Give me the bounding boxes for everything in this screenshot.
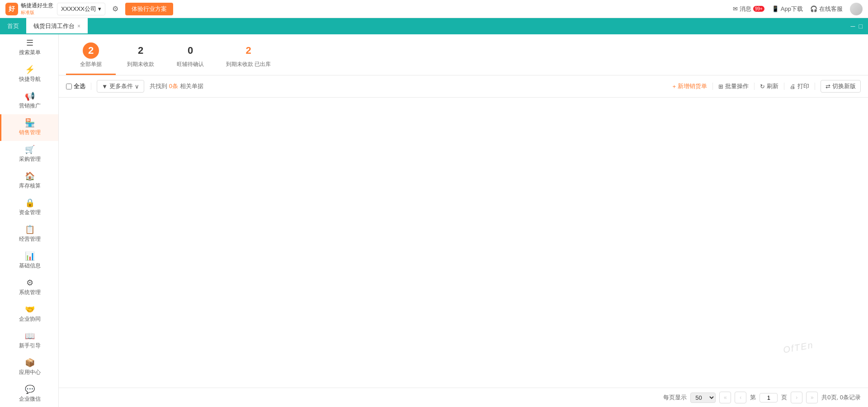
online-service-button[interactable]: 🎧 在线客服 [810, 5, 843, 13]
marketing-icon: 📢 [25, 92, 35, 100]
sidebar-item-wechat[interactable]: 💬 企业微信 [0, 381, 58, 407]
next-page-button[interactable]: › [791, 392, 802, 403]
page-prefix: 第 [750, 393, 756, 402]
last-page-button[interactable]: » [806, 392, 818, 403]
stat-tab-shipped[interactable]: 2 到期未收款 已出库 [215, 39, 282, 75]
page-number-input[interactable] [760, 393, 778, 402]
sidebar-item-purchase[interactable]: 🛒 采购管理 [0, 141, 58, 168]
app-center-icon: 📦 [25, 359, 35, 367]
top-bar-right: ✉ 消息 99+ 📱 App下载 🎧 在线客服 [733, 3, 863, 15]
sidebar-item-enterprise[interactable]: 🤝 企业协同 [0, 301, 58, 327]
divider [815, 83, 815, 90]
sidebar-item-inventory[interactable]: 🏠 库存核算 [0, 168, 58, 194]
per-page-select[interactable]: 10 20 50 100 [690, 393, 716, 403]
sidebar-item-app-center[interactable]: 📦 应用中心 [0, 354, 58, 381]
stat-label-overdue: 到期未收款 [127, 61, 154, 68]
sidebar: ☰ 搜索菜单 ⚡ 快捷导航 📢 营销推广 🏪 销售管理 🛒 采购管理 🏠 库存核… [0, 34, 59, 407]
content-area: 2 全部单据 2 到期未收款 0 旺辅待确认 2 到期未收款 已出库 全选 [59, 34, 868, 407]
stats-tabs: 2 全部单据 2 到期未收款 0 旺辅待确认 2 到期未收款 已出库 [59, 34, 868, 75]
print-button[interactable]: 🖨 打印 [790, 82, 809, 90]
stat-num-shipped: 2 [241, 42, 257, 59]
settings-button[interactable]: ⚙ [109, 3, 122, 15]
batch-operation-button[interactable]: ⊞ 批量操作 [718, 82, 749, 90]
stat-label-shipped: 到期未收款 已出库 [226, 61, 271, 68]
sidebar-item-quick-nav[interactable]: ⚡ 快捷导航 [0, 61, 58, 88]
filter-chevron-icon: ∨ [135, 83, 139, 90]
sidebar-item-guide[interactable]: 📖 新手引导 [0, 327, 58, 354]
stat-num-all: 2 [83, 42, 99, 59]
table-area [59, 98, 868, 388]
system-icon: ⚙ [26, 279, 33, 287]
avatar[interactable] [850, 3, 863, 15]
message-icon: ✉ [733, 5, 738, 12]
page-suffix: 页 [781, 393, 787, 402]
prev-page-button[interactable]: ‹ [735, 392, 746, 403]
finance-icon: 🔒 [25, 199, 35, 207]
sidebar-item-system[interactable]: ⚙ 系统管理 [0, 274, 58, 301]
plus-icon: + [672, 83, 676, 90]
logo-icon: 好 [5, 3, 18, 15]
sidebar-item-operations[interactable]: 📋 经营管理 [0, 221, 58, 248]
pagination: 每页显示 10 20 50 100 « ‹ 第 页 › » 共0页, 0条记录 [59, 388, 868, 407]
sidebar-item-basic-info[interactable]: 📊 基础信息 [0, 248, 58, 274]
divider [784, 83, 784, 90]
logo-text: 畅捷通好生意 标准版 [21, 2, 53, 15]
refresh-icon: ↻ [760, 83, 765, 90]
first-page-button[interactable]: « [719, 392, 731, 403]
basic-info-icon: 📊 [25, 252, 35, 260]
wechat-icon: 💬 [25, 385, 35, 393]
enterprise-icon: 🤝 [25, 305, 35, 313]
quick-nav-icon: ⚡ [25, 65, 35, 74]
refresh-button[interactable]: ↻ 刷新 [760, 82, 778, 90]
sidebar-item-finance[interactable]: 🔒 资金管理 [0, 194, 58, 221]
per-page-label: 每页显示 [663, 393, 687, 402]
message-button[interactable]: ✉ 消息 99+ [733, 5, 764, 13]
sidebar-item-sales[interactable]: 🏪 销售管理 [0, 114, 58, 141]
filter-icon: ▼ [102, 83, 108, 90]
stat-num-pending: 0 [182, 42, 198, 59]
toolbar: 全选 ▼ 更多条件 ∨ 共找到 0条 相关单据 + 新增销货单 ⊞ [59, 75, 868, 98]
search-menu-icon: ☰ [26, 39, 33, 47]
stat-tab-pending[interactable]: 0 旺辅待确认 [165, 39, 215, 75]
stat-tab-overdue[interactable]: 2 到期未收款 [116, 39, 165, 75]
nav-tabs: 首页 钱货日清工作台 × ─ □ [0, 18, 868, 34]
sidebar-item-marketing[interactable]: 📢 营销推广 [0, 88, 58, 114]
top-bar-left: 好 畅捷通好生意 标准版 XXXXXX公司 ▾ ⚙ 体验行业方案 [5, 2, 173, 15]
tab-close-icon[interactable]: × [77, 23, 80, 29]
purchase-icon: 🛒 [25, 145, 35, 154]
chevron-down-icon: ▾ [98, 5, 101, 12]
result-text: 共找到 0条 相关单据 [150, 82, 203, 90]
trial-button[interactable]: 体验行业方案 [125, 3, 173, 15]
headset-icon: 🎧 [810, 5, 817, 12]
guide-icon: 📖 [25, 332, 35, 340]
divider [754, 83, 755, 90]
more-filter-button[interactable]: ▼ 更多条件 ∨ [97, 80, 144, 93]
stat-label-pending: 旺辅待确认 [177, 61, 204, 68]
tab-home[interactable]: 首页 [0, 18, 26, 34]
divider [712, 83, 713, 90]
app-download-button[interactable]: 📱 App下载 [772, 5, 803, 13]
logo-area: 好 畅捷通好生意 标准版 [5, 2, 53, 15]
sales-icon: 🏪 [25, 119, 35, 127]
tab-cashflow[interactable]: 钱货日清工作台 × [26, 18, 88, 34]
print-icon: 🖨 [790, 83, 796, 90]
inventory-icon: 🏠 [25, 172, 35, 180]
stat-num-overdue: 2 [132, 42, 149, 59]
sidebar-item-search[interactable]: ☰ 搜索菜单 [0, 34, 58, 61]
select-all-checkbox[interactable]: 全选 [66, 82, 85, 90]
batch-icon: ⊞ [718, 83, 723, 90]
switch-version-button[interactable]: ⇄ 切换新版 [821, 80, 861, 93]
minimize-icon[interactable]: ─ [851, 23, 855, 30]
maximize-icon[interactable]: □ [859, 23, 863, 30]
top-bar: 好 畅捷通好生意 标准版 XXXXXX公司 ▾ ⚙ 体验行业方案 ✉ 消息 99… [0, 0, 868, 18]
operations-icon: 📋 [25, 225, 35, 234]
company-selector[interactable]: XXXXXX公司 ▾ [57, 3, 105, 15]
stat-tab-all[interactable]: 2 全部单据 [66, 39, 116, 75]
switch-icon: ⇄ [826, 83, 830, 90]
toolbar-right: + 新增销货单 ⊞ 批量操作 ↻ 刷新 🖨 打印 [672, 80, 861, 93]
nav-tab-controls: ─ □ [851, 23, 868, 30]
message-badge: 99+ [753, 6, 764, 12]
app-icon: 📱 [772, 5, 779, 12]
add-sales-order-button[interactable]: + 新增销货单 [672, 82, 707, 90]
checkbox-all[interactable] [66, 84, 72, 89]
